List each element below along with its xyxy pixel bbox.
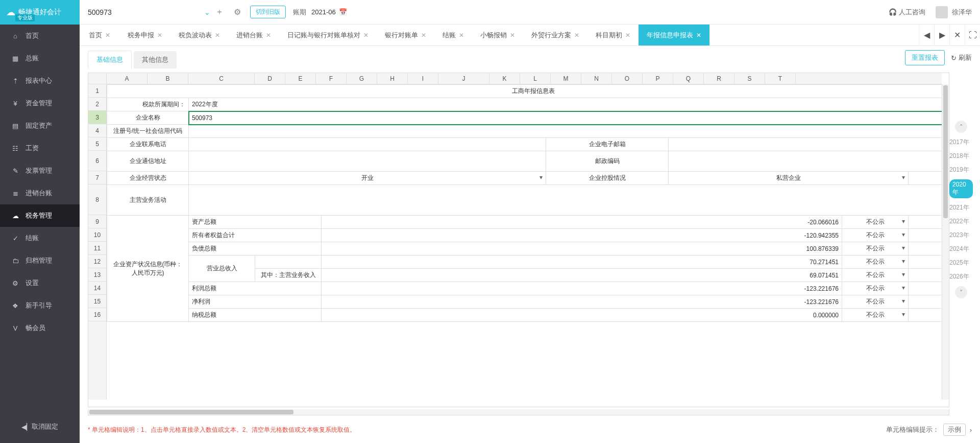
row-9[interactable]: 9 — [88, 215, 106, 228]
footer-chevron-icon[interactable]: › — [970, 426, 972, 434]
phone-cell[interactable] — [189, 138, 546, 151]
refresh-button[interactable]: ↻ 刷新 — [951, 53, 972, 62]
row-14[interactable]: 14 — [88, 282, 106, 295]
r16-value[interactable]: 0.000000 — [322, 309, 842, 322]
close-icon[interactable]: ✕ — [157, 32, 162, 39]
status-select[interactable]: 开业 — [189, 172, 546, 185]
close-icon[interactable]: ✕ — [625, 32, 630, 39]
user-menu[interactable]: 徐泽华 — [936, 6, 972, 18]
row-7[interactable]: 7 — [88, 171, 106, 184]
col-J[interactable]: J — [438, 73, 489, 84]
tab-外贸行业方案[interactable]: 外贸行业方案✕ — [523, 25, 587, 45]
r10-value[interactable]: -120.942355 — [322, 229, 842, 242]
r14-value[interactable]: -123.221676 — [322, 282, 842, 295]
tab-税负波动表[interactable]: 税负波动表✕ — [170, 25, 228, 45]
company-name-cell[interactable]: 500973 — [189, 111, 942, 125]
row-1[interactable]: 1 — [88, 84, 106, 98]
r12-value[interactable]: 70.271451 — [322, 255, 842, 269]
tabs-scroll-left[interactable]: ◀ — [919, 25, 934, 46]
col-O[interactable]: O — [612, 73, 643, 84]
grid[interactable]: 工商年报信息表 税款所属期间： 2022年度 企业名称 500973 注册号/统… — [107, 84, 942, 400]
email-cell[interactable] — [669, 138, 942, 151]
reg-no-cell[interactable] — [189, 125, 942, 138]
year-up-button[interactable]: ˄ — [955, 121, 967, 133]
r15-value[interactable]: -123.221676 — [322, 295, 842, 309]
year-2021年[interactable]: 2021年 — [949, 203, 973, 212]
row-12[interactable]: 12 — [88, 255, 106, 268]
holding-select[interactable]: 私营企业 — [669, 172, 909, 185]
row-11[interactable]: 11 — [88, 242, 106, 255]
nav-报表中心[interactable]: ⇡报表中心 — [0, 69, 80, 92]
year-2022年[interactable]: 2022年 — [949, 217, 973, 226]
r16-publish[interactable]: 不公示 — [842, 309, 909, 322]
year-down-button[interactable]: ˅ — [955, 286, 967, 298]
col-R[interactable]: R — [704, 73, 734, 84]
year-2026年[interactable]: 2026年 — [949, 272, 973, 281]
col-K[interactable]: K — [489, 73, 520, 84]
col-M[interactable]: M — [551, 73, 581, 84]
close-icon[interactable]: ✕ — [215, 32, 220, 39]
year-2024年[interactable]: 2024年 — [949, 245, 973, 253]
nav-工资[interactable]: ☷工资 — [0, 137, 80, 159]
row-5[interactable]: 5 — [88, 137, 106, 151]
col-N[interactable]: N — [581, 73, 612, 84]
tab-税务申报[interactable]: 税务申报✕ — [119, 25, 170, 45]
tabs-close-all[interactable]: ✕ — [949, 25, 965, 46]
col-P[interactable]: P — [643, 73, 673, 84]
reset-report-button[interactable]: 重置报表 — [905, 50, 945, 65]
zip-cell[interactable] — [669, 151, 942, 172]
col-I[interactable]: I — [408, 73, 438, 84]
consult-button[interactable]: 🎧 人工咨询 — [889, 8, 925, 17]
close-icon[interactable]: ✕ — [696, 32, 701, 39]
tab-结账[interactable]: 结账✕ — [434, 25, 472, 45]
row-13[interactable]: 13 — [88, 268, 106, 282]
nav-首页[interactable]: ⌂首页 — [0, 25, 80, 47]
col-A[interactable]: A — [107, 73, 148, 84]
nav-新手引导[interactable]: ❖新手引导 — [0, 294, 80, 317]
r12-publish[interactable]: 不公示 — [842, 255, 909, 269]
row-3[interactable]: 3 — [88, 111, 106, 124]
r11-value[interactable]: 100.876339 — [322, 242, 842, 255]
period-value[interactable]: 2021-06 — [311, 8, 336, 16]
row-15[interactable]: 15 — [88, 295, 106, 308]
nav-发票管理[interactable]: ✎发票管理 — [0, 159, 80, 182]
calendar-icon[interactable]: 📅 — [339, 8, 347, 16]
switch-old-button[interactable]: 切到旧版 — [250, 6, 286, 18]
unpin-button[interactable]: ◀▏ 取消固定 — [0, 416, 80, 437]
select-all-cell[interactable] — [88, 73, 107, 84]
row-2[interactable]: 2 — [88, 98, 106, 111]
subtab-basic[interactable]: 基础信息 — [88, 51, 132, 68]
nav-畅会员[interactable]: V畅会员 — [0, 317, 80, 339]
nav-总账[interactable]: ▦总账 — [0, 47, 80, 69]
nav-结账[interactable]: ✓结账 — [0, 227, 80, 249]
r9-value[interactable]: -20.066016 — [322, 216, 842, 229]
main-activity-cell[interactable] — [189, 185, 942, 216]
r13-value[interactable]: 69.071451 — [322, 269, 842, 282]
close-icon[interactable]: ✕ — [421, 32, 426, 39]
nav-资金管理[interactable]: ¥资金管理 — [0, 92, 80, 114]
row-16[interactable]: 16 — [88, 308, 106, 321]
year-2023年[interactable]: 2023年 — [949, 231, 973, 240]
close-icon[interactable]: ✕ — [266, 32, 271, 39]
company-selector[interactable]: 500973 ⌄ — [88, 8, 210, 16]
col-L[interactable]: L — [520, 73, 551, 84]
close-icon[interactable]: ✕ — [105, 32, 110, 39]
close-icon[interactable]: ✕ — [459, 32, 464, 39]
col-H[interactable]: H — [377, 73, 408, 84]
nav-进销台账[interactable]: ≣进销台账 — [0, 182, 80, 204]
tab-年报信息申报表[interactable]: 年报信息申报表✕ — [639, 25, 709, 45]
tab-银行对账单[interactable]: 银行对账单✕ — [377, 25, 434, 45]
nav-归档管理[interactable]: 🗀归档管理 — [0, 249, 80, 272]
row-8[interactable]: 8 — [88, 184, 106, 215]
col-D[interactable]: D — [255, 73, 285, 84]
col-C[interactable]: C — [188, 73, 255, 84]
subtab-other[interactable]: 其他信息 — [134, 51, 177, 68]
r9-publish[interactable]: 不公示 — [842, 216, 909, 229]
address-cell[interactable] — [189, 151, 546, 172]
close-icon[interactable]: ✕ — [363, 32, 369, 39]
tax-period-value[interactable]: 2022年度 — [189, 98, 942, 111]
tab-科目期初[interactable]: 科目期初✕ — [587, 25, 639, 45]
fullscreen-icon[interactable]: ⛶ — [965, 25, 980, 46]
r15-publish[interactable]: 不公示 — [842, 295, 909, 309]
year-2019年[interactable]: 2019年 — [949, 166, 973, 174]
